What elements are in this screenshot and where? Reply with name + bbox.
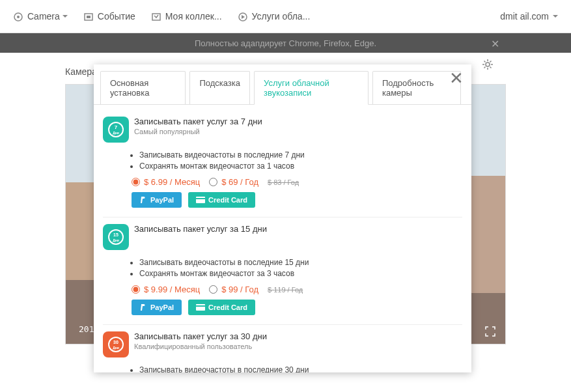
creditcard-button[interactable]: Credit Card [188, 300, 255, 315]
plan-30-icon: 30Дни [103, 331, 129, 357]
plan-15-yearly[interactable]: $ 99 / Год [209, 285, 258, 294]
tab-main[interactable]: Основная установка [100, 71, 186, 104]
plan-7-yearly[interactable]: $ 69 / Год [209, 177, 258, 187]
plan-7-title: Записывать пакет услуг за 7 дни [134, 117, 262, 126]
plan-7-monthly[interactable]: $ 6.99 / Месяц [132, 177, 200, 187]
plan-30-subtitle: Квалифицированный пользователь [134, 343, 267, 350]
cloud-icon [238, 10, 248, 21]
svg-rect-3 [87, 16, 91, 18]
user-email: dmit ail.com [500, 11, 549, 21]
fullscreen-icon[interactable] [484, 325, 496, 337]
feature-item: Записывать видеочастоты в последние 15 д… [139, 258, 462, 267]
plan-7day: 7Дни Записывать пакет услуг за 7 дни Сам… [103, 110, 462, 217]
feature-item: Сохранять монтаж видеочастот за 1 часов [139, 161, 462, 171]
modal-tabs: Основная установка Подсказка Услуги обла… [94, 64, 471, 105]
plan-7-strike: $ 83 / Год [268, 178, 299, 186]
settings-modal: ✕ Основная установка Подсказка Услуги об… [94, 64, 471, 372]
modal-close[interactable]: ✕ [449, 68, 464, 89]
svg-text:7: 7 [115, 124, 118, 130]
nav-cloud[interactable]: Услуги обла... [238, 10, 311, 21]
compat-banner: Полностью адапдирует Chrome, Firefox, Ed… [0, 33, 571, 53]
svg-point-1 [17, 16, 20, 18]
tab-hint[interactable]: Подсказка [189, 71, 250, 104]
nav-camera[interactable]: Camera [13, 10, 68, 21]
nav-event-label: Событие [98, 11, 135, 21]
paypal-button[interactable]: PayPal [132, 300, 182, 315]
svg-text:15: 15 [113, 232, 118, 237]
paypal-button[interactable]: PayPal [132, 192, 182, 208]
tab-cloud[interactable]: Услуги облачной звукозаписи [254, 71, 369, 105]
tab-detail[interactable]: Подробность камеры [372, 71, 461, 104]
plan-30-title: Записывать пакет услуг за 30 дни [134, 331, 267, 341]
banner-text: Полностью адапдирует Chrome, Firefox, Ed… [195, 38, 376, 48]
svg-rect-16 [196, 305, 205, 307]
plan-15day: 15Дни Записывать пакет услуг за 15 дни З… [103, 217, 462, 325]
settings-gear-icon[interactable] [481, 58, 494, 71]
svg-text:Дни: Дни [113, 131, 119, 135]
plan-15-strike: $ 119 / Год [268, 286, 303, 294]
camera-icon [13, 10, 23, 21]
feature-item: Сохранять монтаж видеочастот за 3 часов [139, 269, 462, 278]
banner-close[interactable]: ✕ [491, 38, 499, 50]
modal-body[interactable]: 7Дни Записывать пакет услуг за 7 дни Сам… [94, 105, 471, 372]
svg-rect-11 [196, 198, 205, 199]
plan-15-icon: 15Дни [103, 224, 129, 250]
plan-15-title: Записывать пакет услуг за 15 дни [134, 224, 267, 234]
feature-item: Записывать видеочастоты в последние 7 дн… [139, 150, 462, 160]
feature-item: Записывать видеочастоты в последние 30 д… [139, 365, 462, 372]
svg-text:30: 30 [113, 340, 118, 344]
collection-icon [151, 10, 161, 21]
plan-15-features: Записывать видеочастоты в последние 15 д… [139, 258, 462, 278]
nav-collection[interactable]: Моя коллек... [151, 10, 222, 21]
svg-text:Дни: Дни [113, 346, 119, 350]
plan-30-features: Записывать видеочастоты в последние 30 д… [139, 365, 462, 372]
svg-rect-15 [196, 304, 205, 311]
plan-7-features: Записывать видеочастоты в последние 7 дн… [139, 150, 462, 171]
top-navbar: Camera Событие Моя коллек... Услуги обла… [0, 0, 571, 33]
plan-7-subtitle: Самый популярный [134, 128, 262, 135]
plan-30day: 30Дни Записывать пакет услуг за 30 дни К… [103, 325, 462, 372]
creditcard-button[interactable]: Credit Card [188, 192, 255, 208]
svg-text:Дни: Дни [113, 238, 119, 242]
event-icon [83, 10, 94, 21]
plan-7-icon: 7Дни [103, 117, 129, 143]
plan-15-monthly[interactable]: $ 9.99 / Месяц [132, 285, 200, 294]
nav-camera-label: Camera [27, 11, 60, 21]
nav-cloud-label: Услуги обла... [252, 11, 311, 21]
svg-point-6 [486, 63, 490, 66]
svg-rect-10 [196, 197, 205, 203]
nav-event[interactable]: Событие [83, 10, 135, 21]
nav-collection-label: Моя коллек... [165, 11, 222, 21]
user-menu[interactable]: dmit ail.com [500, 11, 558, 21]
